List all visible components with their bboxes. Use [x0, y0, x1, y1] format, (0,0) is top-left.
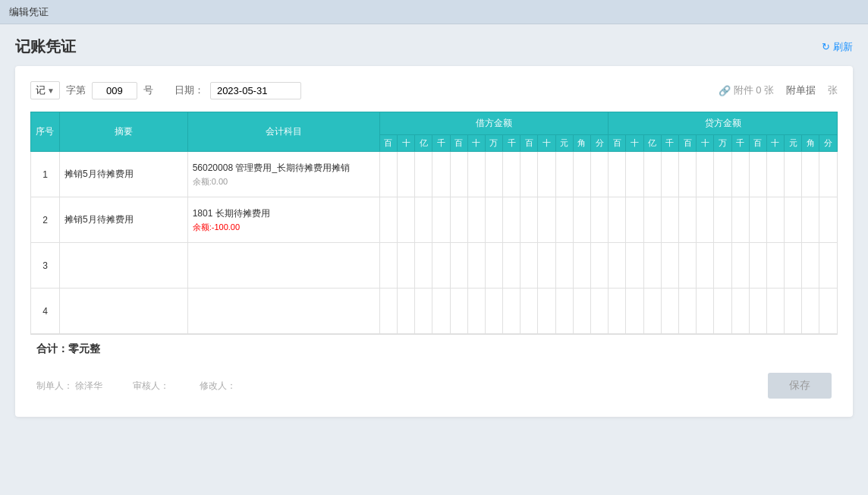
row-4-debit-2[interactable]: [397, 288, 414, 334]
row-1-debit-3[interactable]: [415, 152, 432, 197]
row-4-debit-10[interactable]: [538, 288, 555, 334]
row-2-debit-1[interactable]: [379, 197, 397, 243]
row-1-debit-2[interactable]: [397, 152, 414, 197]
row-4-credit-2[interactable]: [626, 288, 643, 334]
row-3-debit-5[interactable]: [450, 243, 467, 288]
row-3-debit-10[interactable]: [538, 243, 555, 288]
row-1-debit-7[interactable]: [485, 152, 502, 197]
row-3-credit-5[interactable]: [678, 243, 696, 288]
row-4-debit-11[interactable]: [555, 288, 573, 334]
row-2-debit-12[interactable]: [573, 197, 590, 243]
row-1-credit-12[interactable]: [802, 152, 819, 197]
row-2-credit-3[interactable]: [643, 197, 661, 243]
row-3-debit-1[interactable]: [379, 243, 397, 288]
row-4-credit-9[interactable]: [749, 288, 766, 334]
row-2-credit-12[interactable]: [802, 197, 819, 243]
row-4-credit-1[interactable]: [609, 288, 626, 334]
row-4-debit-4[interactable]: [432, 288, 450, 334]
row-1-debit-9[interactable]: [520, 152, 538, 197]
row-4-credit-6[interactable]: [697, 288, 714, 334]
row-4-credit-7[interactable]: [714, 288, 731, 334]
row-summary-3[interactable]: [59, 243, 187, 288]
row-3-debit-3[interactable]: [415, 243, 432, 288]
row-3-debit-9[interactable]: [520, 243, 538, 288]
row-1-debit-6[interactable]: [467, 152, 485, 197]
row-1-credit-3[interactable]: [643, 152, 661, 197]
row-2-credit-13[interactable]: [819, 197, 838, 243]
zi-input[interactable]: [92, 82, 137, 99]
row-3-debit-12[interactable]: [573, 243, 590, 288]
row-1-credit-9[interactable]: [749, 152, 766, 197]
row-2-credit-1[interactable]: [609, 197, 626, 243]
row-1-debit-10[interactable]: [538, 152, 555, 197]
row-2-debit-9[interactable]: [520, 197, 538, 243]
row-summary-2[interactable]: 摊销5月待摊费用: [59, 197, 187, 243]
row-3-credit-7[interactable]: [714, 243, 731, 288]
row-2-debit-3[interactable]: [415, 197, 432, 243]
row-4-credit-4[interactable]: [661, 288, 678, 334]
row-2-credit-10[interactable]: [766, 197, 784, 243]
row-4-debit-7[interactable]: [485, 288, 502, 334]
row-summary-1[interactable]: 摊销5月待摊费用: [59, 152, 187, 197]
row-4-credit-3[interactable]: [643, 288, 661, 334]
row-3-credit-1[interactable]: [609, 243, 626, 288]
row-4-debit-8[interactable]: [503, 288, 520, 334]
row-1-credit-7[interactable]: [714, 152, 731, 197]
row-2-debit-7[interactable]: [485, 197, 502, 243]
save-button[interactable]: 保存: [768, 373, 832, 399]
row-1-credit-2[interactable]: [626, 152, 643, 197]
row-2-debit-8[interactable]: [503, 197, 520, 243]
row-4-credit-8[interactable]: [731, 288, 749, 334]
row-2-debit-10[interactable]: [538, 197, 555, 243]
row-1-debit-4[interactable]: [432, 152, 450, 197]
row-1-credit-1[interactable]: [609, 152, 626, 197]
row-2-credit-8[interactable]: [731, 197, 749, 243]
row-3-credit-12[interactable]: [802, 243, 819, 288]
row-1-credit-5[interactable]: [678, 152, 696, 197]
row-3-debit-11[interactable]: [555, 243, 573, 288]
row-account-1[interactable]: 56020008 管理费用_长期待摊费用摊销余额:0.00: [187, 152, 379, 197]
row-3-credit-11[interactable]: [785, 243, 802, 288]
row-2-credit-7[interactable]: [714, 197, 731, 243]
dan-button[interactable]: 附单据: [786, 84, 816, 97]
row-3-credit-4[interactable]: [661, 243, 678, 288]
row-1-debit-8[interactable]: [503, 152, 520, 197]
row-1-credit-13[interactable]: [819, 152, 838, 197]
row-4-credit-13[interactable]: [819, 288, 838, 334]
row-3-debit-2[interactable]: [397, 243, 414, 288]
row-1-credit-10[interactable]: [766, 152, 784, 197]
row-4-credit-12[interactable]: [802, 288, 819, 334]
row-4-credit-10[interactable]: [766, 288, 784, 334]
row-3-credit-13[interactable]: [819, 243, 838, 288]
row-account-3[interactable]: [187, 243, 379, 288]
row-2-debit-5[interactable]: [450, 197, 467, 243]
row-4-debit-3[interactable]: [415, 288, 432, 334]
row-summary-4[interactable]: [59, 288, 187, 334]
row-2-credit-11[interactable]: [785, 197, 802, 243]
row-3-credit-9[interactable]: [749, 243, 766, 288]
row-2-credit-4[interactable]: [661, 197, 678, 243]
row-2-credit-6[interactable]: [697, 197, 714, 243]
row-3-debit-8[interactable]: [503, 243, 520, 288]
row-1-debit-13[interactable]: [591, 152, 609, 197]
ji-select[interactable]: 记 ▼: [30, 81, 60, 99]
row-4-debit-13[interactable]: [591, 288, 609, 334]
row-1-debit-5[interactable]: [450, 152, 467, 197]
row-3-credit-2[interactable]: [626, 243, 643, 288]
row-3-debit-7[interactable]: [485, 243, 502, 288]
row-3-credit-10[interactable]: [766, 243, 784, 288]
row-2-credit-9[interactable]: [749, 197, 766, 243]
date-input[interactable]: [210, 82, 301, 99]
row-1-credit-11[interactable]: [785, 152, 802, 197]
row-3-debit-13[interactable]: [591, 243, 609, 288]
refresh-button[interactable]: ↻ 刷新: [822, 40, 853, 54]
row-3-credit-6[interactable]: [697, 243, 714, 288]
row-1-debit-12[interactable]: [573, 152, 590, 197]
row-2-debit-4[interactable]: [432, 197, 450, 243]
row-4-credit-11[interactable]: [785, 288, 802, 334]
row-2-debit-11[interactable]: [555, 197, 573, 243]
row-1-credit-8[interactable]: [731, 152, 749, 197]
row-4-credit-5[interactable]: [678, 288, 696, 334]
row-account-2[interactable]: 1801 长期待摊费用余额:-100.00: [187, 197, 379, 243]
row-2-debit-13[interactable]: [591, 197, 609, 243]
